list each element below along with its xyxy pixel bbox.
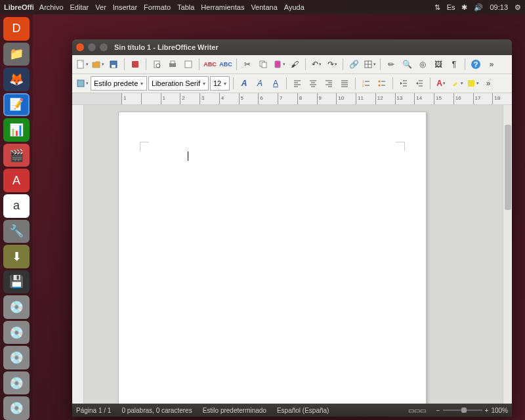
- status-wordcount[interactable]: 0 palabras, 0 caracteres: [121, 407, 192, 414]
- paste-button[interactable]: [272, 57, 286, 72]
- sound-icon[interactable]: 🔊: [474, 3, 483, 12]
- launcher-files[interactable]: 📁: [3, 43, 30, 66]
- zoom-in-button[interactable]: +: [485, 407, 489, 414]
- font-size-combo[interactable]: 12▾: [210, 76, 230, 91]
- menu-ver[interactable]: Ver: [95, 3, 106, 11]
- underline-button[interactable]: A: [268, 76, 283, 91]
- find-button[interactable]: 🔍: [400, 57, 414, 72]
- launcher-settings[interactable]: 🔧: [3, 220, 30, 243]
- show-draw-button[interactable]: ✏: [384, 57, 398, 72]
- view-layout-icon[interactable]: ▭▭▭: [408, 407, 426, 414]
- help-button[interactable]: ?: [469, 57, 483, 72]
- status-style[interactable]: Estilo predeterminado: [203, 407, 266, 414]
- toolbar-overflow-icon[interactable]: »: [484, 57, 499, 72]
- window-minimize-button[interactable]: [88, 43, 96, 51]
- launcher-impress[interactable]: 🎬: [3, 144, 30, 167]
- launcher-disk[interactable]: 💿: [3, 396, 30, 420]
- align-justify-button[interactable]: [337, 76, 352, 91]
- bold-button[interactable]: A: [237, 76, 251, 91]
- toolbar-overflow-icon[interactable]: »: [481, 76, 495, 91]
- text-cursor: [188, 152, 188, 161]
- align-right-button[interactable]: [322, 76, 336, 91]
- save-button[interactable]: [106, 57, 121, 72]
- keyboard-lang-icon[interactable]: Es: [447, 3, 455, 11]
- highlight-button[interactable]: [450, 76, 464, 91]
- menu-editar[interactable]: Editar: [70, 3, 89, 11]
- window-close-button[interactable]: [76, 43, 84, 51]
- launcher-save[interactable]: 💾: [3, 270, 30, 294]
- status-language[interactable]: Español (España): [277, 407, 329, 414]
- spellcheck-button[interactable]: ABC: [203, 57, 217, 72]
- writer-window: Sin título 1 - LibreOffice Writer ABC AB…: [72, 39, 512, 417]
- launcher-disk[interactable]: 💿: [3, 295, 30, 319]
- zoom-value[interactable]: 100%: [491, 407, 508, 414]
- print-button[interactable]: [165, 57, 180, 72]
- open-button[interactable]: [91, 57, 105, 72]
- bullet-list-button[interactable]: [375, 76, 389, 91]
- table-button[interactable]: [362, 57, 377, 72]
- styles-button[interactable]: [75, 76, 89, 91]
- decrease-indent-button[interactable]: [396, 76, 411, 91]
- nonprinting-button[interactable]: ¶: [447, 57, 461, 72]
- network-icon[interactable]: ⇅: [434, 3, 440, 12]
- menu-herramientas[interactable]: Herramientas: [201, 3, 244, 11]
- align-left-button[interactable]: [290, 76, 304, 91]
- gear-icon[interactable]: ⚙: [514, 3, 521, 12]
- launcher-dash[interactable]: D: [3, 17, 30, 41]
- cut-button[interactable]: ✂: [240, 57, 255, 72]
- bluetooth-icon[interactable]: ✱: [461, 3, 467, 12]
- svg-rect-2: [112, 65, 116, 68]
- new-button[interactable]: [75, 57, 89, 72]
- scrollbar-thumb[interactable]: [505, 125, 511, 210]
- status-page[interactable]: Página 1 / 1: [76, 407, 111, 414]
- menu-tabla[interactable]: Tabla: [177, 3, 194, 11]
- zoom-out-button[interactable]: −: [436, 407, 440, 414]
- window-titlebar[interactable]: Sin título 1 - LibreOffice Writer: [72, 39, 512, 55]
- hyperlink-button[interactable]: 🔗: [346, 57, 361, 72]
- vertical-scrollbar[interactable]: [503, 105, 512, 404]
- menu-formato[interactable]: Formato: [144, 3, 171, 11]
- launcher-disk[interactable]: 💿: [3, 321, 30, 345]
- align-center-button[interactable]: [306, 76, 320, 91]
- clock[interactable]: 09:13: [490, 3, 508, 11]
- navigator-button[interactable]: ◎: [415, 57, 430, 72]
- vertical-ruler[interactable]: [72, 105, 84, 404]
- font-name-combo[interactable]: Liberation Serif▾: [148, 76, 209, 91]
- print-preview-button[interactable]: [150, 57, 164, 72]
- unity-launcher: D📁🦊📝📊🎬Aa🔧⬇💾💿💿💿💿💿: [0, 14, 33, 420]
- launcher-calc[interactable]: 📊: [3, 118, 30, 142]
- menu-ventana[interactable]: Ventana: [251, 3, 277, 11]
- menu-archivo[interactable]: Archivo: [39, 3, 64, 11]
- margin-corner-icon: [140, 142, 149, 151]
- undo-button[interactable]: ↶: [309, 57, 324, 72]
- format-paintbrush-button[interactable]: 🖌: [287, 57, 302, 72]
- number-list-button[interactable]: 12: [359, 76, 373, 91]
- auto-spellcheck-button[interactable]: ABC: [219, 57, 233, 72]
- launcher-disk[interactable]: 💿: [3, 346, 30, 369]
- standard-toolbar: ABC ABC ✂ 🖌 ↶ ↷ 🔗 ✏ 🔍 ◎ 🖼 ¶ ? »: [72, 55, 512, 74]
- gallery-button[interactable]: 🖼: [431, 57, 446, 72]
- background-button[interactable]: [465, 76, 480, 91]
- launcher-writer[interactable]: 📝: [3, 93, 30, 117]
- launcher-amazon[interactable]: a: [3, 194, 30, 218]
- horizontal-ruler[interactable]: 1123456789101112131415161718: [72, 93, 512, 105]
- italic-button[interactable]: A: [253, 76, 267, 91]
- launcher-down[interactable]: ⬇: [3, 245, 30, 268]
- window-maximize-button[interactable]: [100, 43, 108, 51]
- menu-ayuda[interactable]: Ayuda: [284, 3, 304, 11]
- export-pdf-button[interactable]: [128, 57, 142, 72]
- redo-button[interactable]: ↷: [325, 57, 339, 72]
- launcher-firefox[interactable]: 🦊: [3, 68, 30, 91]
- launcher-disk[interactable]: 💿: [3, 371, 30, 395]
- svg-point-38: [379, 81, 381, 83]
- increase-indent-button[interactable]: [412, 76, 427, 91]
- menu-insertar[interactable]: Insertar: [113, 3, 137, 11]
- copy-button[interactable]: [256, 57, 270, 72]
- document-page[interactable]: [118, 112, 427, 404]
- paragraph-style-combo[interactable]: Estilo predete▾: [91, 76, 147, 91]
- font-color-button[interactable]: A: [434, 76, 448, 91]
- svg-text:?: ?: [474, 60, 478, 68]
- page-preview-button[interactable]: [181, 57, 196, 72]
- zoom-slider[interactable]: [443, 410, 482, 411]
- launcher-store[interactable]: A: [3, 169, 30, 192]
